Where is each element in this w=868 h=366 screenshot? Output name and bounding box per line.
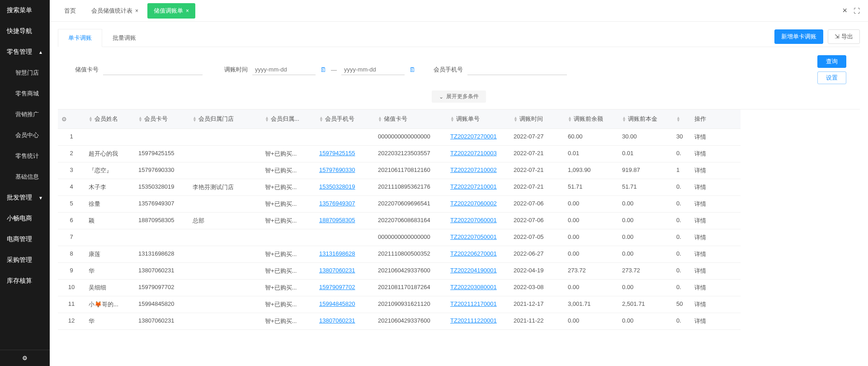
- cell-beforebal: 0.00: [564, 196, 618, 213]
- cell-detail[interactable]: 详情: [691, 263, 741, 280]
- gear-icon[interactable]: ⚙: [61, 116, 67, 123]
- cell-billno[interactable]: TZ202207210003: [447, 146, 510, 162]
- subtab-batch[interactable]: 批量调账: [102, 29, 146, 47]
- sidebar-sub-marketing[interactable]: 营销推广: [0, 104, 50, 125]
- expand-filters-button[interactable]: ⌄ 展开更多条件: [432, 90, 486, 103]
- cell-billno[interactable]: TZ202207270001: [447, 129, 510, 146]
- cell-billno[interactable]: TZ202207210001: [447, 179, 510, 196]
- close-icon[interactable]: ×: [186, 8, 189, 14]
- row-index: 5: [58, 196, 85, 213]
- query-button[interactable]: 查询: [817, 55, 846, 68]
- cell-billno[interactable]: TZ202204190001: [447, 263, 510, 280]
- calendar-icon[interactable]: 🗓: [409, 66, 415, 73]
- cell-phone[interactable]: 15350328019: [316, 179, 374, 196]
- col-op[interactable]: 操作: [691, 109, 741, 129]
- sidebar-sub-retailmall[interactable]: 零售商城: [0, 83, 50, 104]
- cell-detail[interactable]: 详情: [691, 162, 741, 179]
- sidebar-retail-mgmt[interactable]: 零售管理▲: [0, 42, 50, 62]
- calendar-icon[interactable]: 🗓: [320, 66, 326, 73]
- tab-adjustbill[interactable]: 储值调账单×: [147, 3, 195, 19]
- settings-button[interactable]: 设置: [817, 71, 846, 84]
- sidebar-inventory[interactable]: 库存核算: [0, 271, 50, 291]
- col-card[interactable]: ▲▼会员卡号: [135, 109, 189, 129]
- cell-billno[interactable]: TZ202207060002: [447, 196, 510, 213]
- cell-name: 康莲: [85, 246, 135, 263]
- cell-beforeprin: 919.87: [618, 162, 673, 179]
- col-billno[interactable]: ▲▼调账单号: [447, 109, 510, 129]
- input-date-end[interactable]: [341, 64, 405, 75]
- fullscreen-icon[interactable]: ⛶: [854, 7, 860, 14]
- cell-billno[interactable]: TZ202111220001: [447, 313, 510, 330]
- col-extra[interactable]: ▲▼: [673, 109, 691, 129]
- sidebar-sub-member[interactable]: 会员中心: [0, 125, 50, 146]
- cell-svcard: 2022070608683164: [374, 213, 447, 229]
- cell-phone[interactable]: 13807060231: [316, 263, 374, 280]
- cell-phone[interactable]: 15994845820: [316, 296, 374, 313]
- subtab-single[interactable]: 单卡调账: [58, 29, 102, 47]
- export-button[interactable]: ⇲导出: [828, 29, 860, 44]
- input-cardno[interactable]: [103, 64, 203, 75]
- cell-detail[interactable]: 详情: [691, 280, 741, 296]
- cell-store: [189, 196, 261, 213]
- cell-detail[interactable]: 详情: [691, 313, 741, 330]
- col-svcard[interactable]: ▲▼储值卡号: [374, 109, 447, 129]
- cell-phone[interactable]: [316, 129, 374, 146]
- col-beforeprin[interactable]: ▲▼调账前本金: [618, 109, 673, 129]
- cell-billno[interactable]: TZ202203080001: [447, 280, 510, 296]
- cell-svcard: 2021060429337600: [374, 263, 447, 280]
- cell-detail[interactable]: 详情: [691, 196, 741, 213]
- sidebar-ecom[interactable]: 电商管理: [0, 229, 50, 250]
- close-icon[interactable]: ×: [135, 8, 138, 14]
- cell-extra: 0.: [673, 246, 691, 263]
- col-beforebal[interactable]: ▲▼调账前余额: [564, 109, 618, 129]
- cell-billno[interactable]: TZ202207210002: [447, 162, 510, 179]
- cell-detail[interactable]: 详情: [691, 296, 741, 313]
- sidebar-sub-stats[interactable]: 零售统计: [0, 146, 50, 166]
- cell-phone[interactable]: 13131698628: [316, 246, 374, 263]
- cell-phone[interactable]: 15797690330: [316, 162, 374, 179]
- cell-billno[interactable]: TZ202207050001: [447, 229, 510, 246]
- col-name[interactable]: ▲▼会员姓名: [85, 109, 135, 129]
- tab-home[interactable]: 首页: [58, 3, 82, 19]
- cell-beforebal: 0.00: [564, 229, 618, 246]
- cell-detail[interactable]: 详情: [691, 129, 741, 146]
- sidebar-quicknav[interactable]: 快捷导航: [0, 21, 50, 42]
- cell-billno[interactable]: TZ202207060001: [447, 213, 510, 229]
- label-phone: 会员手机号: [434, 66, 463, 74]
- col-store2[interactable]: ▲▼会员归属...: [261, 109, 316, 129]
- sidebar-wholesale[interactable]: 批发管理▼: [0, 187, 50, 208]
- sidebar-sub-smartstore[interactable]: 智慧门店: [0, 62, 50, 83]
- sidebar-search[interactable]: 搜索菜单: [0, 0, 50, 21]
- cell-detail[interactable]: 详情: [691, 229, 741, 246]
- sidebar-settings-icon[interactable]: ⚙: [0, 350, 50, 366]
- cell-phone[interactable]: [316, 229, 374, 246]
- col-time[interactable]: ▲▼调账时间: [510, 109, 564, 129]
- cell-detail[interactable]: 详情: [691, 213, 741, 229]
- input-phone[interactable]: [467, 64, 567, 75]
- cell-detail[interactable]: 详情: [691, 179, 741, 196]
- sidebar-xiaochang[interactable]: 小畅电商: [0, 208, 50, 229]
- cell-phone[interactable]: 13807060231: [316, 313, 374, 330]
- cell-billno[interactable]: TZ202206270001: [447, 246, 510, 263]
- close-all-icon[interactable]: ×: [842, 6, 847, 15]
- input-date-start[interactable]: [252, 64, 316, 75]
- cell-beforeprin: 0.00: [618, 246, 673, 263]
- add-single-button[interactable]: 新增单卡调账: [774, 29, 823, 44]
- cell-detail[interactable]: 详情: [691, 246, 741, 263]
- cell-phone[interactable]: 18870958305: [316, 213, 374, 229]
- cell-detail[interactable]: 详情: [691, 146, 741, 162]
- col-store[interactable]: ▲▼会员归属门店: [189, 109, 261, 129]
- cell-beforebal: 0.00: [564, 280, 618, 296]
- col-gear[interactable]: ⚙: [58, 109, 85, 129]
- cell-billno[interactable]: TZ202112170001: [447, 296, 510, 313]
- cell-phone[interactable]: 13576949307: [316, 196, 374, 213]
- sidebar-purchase[interactable]: 采购管理: [0, 250, 50, 271]
- sidebar-sub-basic[interactable]: 基础信息: [0, 166, 50, 187]
- cell-store: [189, 296, 261, 313]
- col-phone[interactable]: ▲▼会员手机号: [316, 109, 374, 129]
- cell-beforebal: 0.00: [564, 213, 618, 229]
- cell-phone[interactable]: 15979097702: [316, 280, 374, 296]
- tabs-bar: 首页 会员储值统计表× 储值调账单× × ⛶: [50, 0, 868, 22]
- cell-phone[interactable]: 15979425155: [316, 146, 374, 162]
- tab-stats[interactable]: 会员储值统计表×: [85, 3, 145, 19]
